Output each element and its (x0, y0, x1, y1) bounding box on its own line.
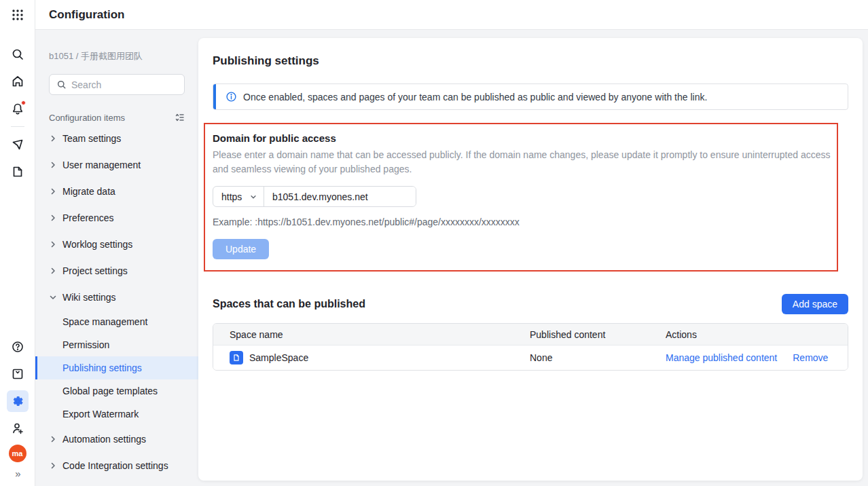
sidebar-item-label: Automation settings (62, 434, 146, 445)
column-header-published-content: Published content (530, 329, 666, 340)
domain-section: Domain for public access Please enter a … (213, 123, 848, 272)
wiki-send-icon[interactable] (7, 134, 29, 155)
sidebar-item-label: Wiki settings (62, 292, 116, 303)
sidebar-item-label: Export Watermark (62, 409, 139, 419)
info-banner-text: Once enabled, spaces and pages of your t… (243, 92, 707, 102)
sidebar-item-permission[interactable]: Permission (35, 333, 198, 356)
chevron-right-icon (49, 435, 62, 443)
section-title: Publishing settings (213, 54, 848, 68)
page-body: b1051 / 手册截图用团队 Configuration items Team… (35, 30, 868, 486)
home-icon[interactable] (7, 71, 29, 92)
sidebar-item-label: Global page templates (62, 386, 158, 396)
app-root: ma » Configuration b1051 / 手册截图用团队 Confi… (0, 0, 868, 486)
add-member-icon[interactable] (7, 417, 29, 439)
sidebar-item-code-integration-settings[interactable]: Code Integration settings (49, 452, 185, 479)
search-icon[interactable] (7, 43, 29, 65)
sidebar-item-label: Code Integration settings (62, 460, 168, 471)
sidebar-item-team-settings[interactable]: Team settings (49, 125, 185, 151)
table-row: SampleSpace None Manage published conten… (213, 345, 848, 370)
sidebar-item-label: Permission (62, 339, 109, 350)
manage-published-content-link[interactable]: Manage published content (666, 352, 777, 363)
chevron-right-icon (49, 134, 62, 143)
sidebar-item-label: Publishing settings (62, 362, 142, 373)
configuration-sidebar: b1051 / 手册截图用团队 Configuration items Team… (35, 30, 198, 486)
chevron-right-icon (49, 240, 62, 248)
spaces-table-header: Space name Published content Actions (213, 324, 848, 345)
configuration-items-label: Configuration items (49, 113, 125, 123)
column-header-actions: Actions (666, 329, 848, 340)
rail-top-group (7, 0, 29, 183)
chevron-right-icon (49, 187, 62, 195)
sidebar-item-label: Team settings (62, 133, 121, 144)
update-button[interactable]: Update (213, 239, 269, 259)
collapse-rail-button[interactable]: » (15, 468, 19, 482)
chevron-right-icon (49, 161, 62, 169)
left-icon-rail: ma » (0, 0, 35, 486)
sidebar-item-export-watermark[interactable]: Export Watermark (35, 403, 198, 426)
space-name[interactable]: SampleSpace (249, 352, 308, 363)
protocol-value: https (221, 191, 242, 202)
sidebar-item-space-management[interactable]: Space management (35, 310, 198, 333)
sidebar-item-global-page-templates[interactable]: Global page templates (35, 379, 198, 403)
chevron-right-icon (49, 214, 62, 222)
sidebar-item-automation-settings[interactable]: Automation settings (49, 426, 185, 452)
top-bar: Configuration (35, 0, 868, 30)
workspace-box-icon[interactable] (7, 363, 29, 385)
help-circle-icon[interactable] (7, 336, 29, 358)
column-header-space-name: Space name (213, 329, 530, 340)
chevron-right-icon (49, 267, 62, 275)
chevron-down-icon (250, 193, 257, 200)
info-icon (225, 91, 237, 102)
spaces-header-row: Spaces that can be published Add space (213, 294, 848, 314)
sidebar-item-label: Preferences (62, 212, 113, 223)
sidebar-search[interactable] (49, 74, 185, 95)
publishing-settings-panel: Publishing settings Once enabled, spaces… (198, 38, 863, 481)
domain-input[interactable] (264, 187, 416, 206)
remove-link[interactable]: Remove (793, 352, 828, 363)
sidebar-item-migrate-data[interactable]: Migrate data (49, 178, 185, 204)
protocol-select[interactable]: https (213, 187, 264, 206)
search-input[interactable] (71, 79, 166, 90)
notifications-bell-icon[interactable] (7, 98, 29, 119)
sidebar-item-worklog-settings[interactable]: Worklog settings (49, 231, 185, 257)
sidebar-item-user-management[interactable]: User management (49, 151, 185, 178)
info-banner: Once enabled, spaces and pages of your t… (213, 83, 848, 110)
chevron-right-icon (49, 462, 62, 470)
rail-divider (11, 126, 24, 127)
sidebar-item-label: Worklog settings (62, 239, 132, 250)
apps-grid-icon[interactable] (7, 4, 29, 26)
domain-example-text: Example: :https://b1051.dev.myones.net/p… (213, 217, 848, 227)
team-breadcrumb: b1051 / 手册截图用团队 (49, 50, 185, 62)
sidebar-item-label: Project settings (62, 265, 128, 276)
spaces-section-title: Spaces that can be published (213, 298, 365, 310)
notification-badge-dot (21, 100, 26, 105)
domain-section-title: Domain for public access (213, 132, 848, 144)
sidebar-item-label: Space management (62, 316, 147, 327)
space-icon (230, 351, 243, 364)
domain-section-description: Please enter a domain name that can be a… (213, 148, 837, 176)
chevron-down-icon (49, 293, 62, 301)
sidebar-item-project-settings[interactable]: Project settings (49, 257, 185, 284)
rail-bottom-group: ma » (7, 336, 29, 486)
settings-gear-icon[interactable] (7, 390, 29, 412)
configuration-items-row: Configuration items (49, 112, 185, 123)
add-space-button[interactable]: Add space (782, 294, 848, 314)
domain-input-group: https (213, 186, 416, 207)
sidebar-item-publishing-settings[interactable]: Publishing settings (35, 356, 198, 379)
sidebar-nav: Team settings User management Migrate da… (49, 125, 185, 479)
collapse-all-icon[interactable] (174, 112, 185, 123)
sidebar-item-preferences[interactable]: Preferences (49, 204, 185, 231)
spaces-table: Space name Published content Actions Sam… (213, 323, 848, 371)
user-avatar[interactable]: ma (9, 445, 26, 462)
page-title: Configuration (49, 8, 124, 22)
search-input-icon (56, 79, 67, 90)
published-content-value: None (530, 352, 666, 363)
sidebar-item-label: User management (62, 160, 141, 170)
sidebar-item-label: Migrate data (62, 186, 115, 197)
export-file-icon[interactable] (7, 161, 29, 183)
sidebar-item-wiki-settings[interactable]: Wiki settings (49, 284, 185, 310)
